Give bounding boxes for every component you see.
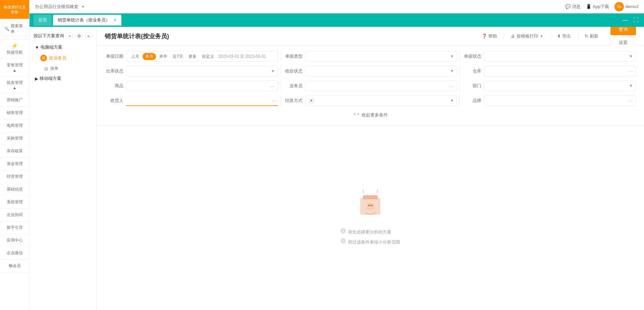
sidebar-item-marketing[interactable]: 营销推广 [0, 94, 29, 107]
stock-status-control: ▼ [126, 66, 278, 76]
stock-status-select[interactable]: ▼ [126, 66, 278, 76]
sidebar-item-ecommerce[interactable]: 电商管理 [0, 119, 29, 132]
app-download-btn[interactable]: 📱 App下载 [586, 4, 609, 10]
purchase-label: 采购管理 [2, 136, 27, 141]
scheme-sub-item-order[interactable]: ⊞ 按单 [32, 64, 94, 73]
tab-minimize-btn[interactable]: — [621, 16, 629, 24]
collapse-panel-btn[interactable]: « [85, 32, 92, 40]
sidebar-item-quick-nav[interactable]: ⚡ 快捷导航 [0, 39, 29, 59]
mobile-scheme-group-title[interactable]: ▶ 移动端方案 [32, 73, 94, 84]
sidebar-item-newbie[interactable]: 新手引导 [0, 221, 29, 234]
tab-home-label: 首页 [38, 17, 47, 23]
left-panel-actions: + ⚙ « [66, 32, 92, 40]
tab-maximize-btn[interactable]: ⛶ [632, 16, 640, 24]
sidebar-item-app-center[interactable]: 应用中心 [0, 234, 29, 247]
quick-nav-label: 快捷导航 [2, 50, 27, 55]
refresh-btn[interactable]: ↻ 刷新 [582, 32, 601, 41]
sidebar-item-purchase[interactable]: 采购管理 [0, 132, 29, 145]
sidebar-item-sales[interactable]: 销售管理 [0, 107, 29, 119]
system-label: 系统管理 [2, 199, 27, 205]
main-content: 办公用品行业模拟账套 ▼ 💬 消息 📱 App下载 Ea demo2 首页 [30, 0, 644, 310]
brand-dots: ··· [628, 98, 633, 103]
search-menu-btn[interactable]: 🔍 搜索菜单 [2, 21, 27, 36]
retail-label: 零售管理 [2, 62, 27, 68]
filter-item-doc-type: 单据类型 ▼ [284, 51, 457, 62]
consignee-dots[interactable]: ··· [272, 98, 275, 103]
dept-select[interactable]: ▼ [484, 81, 636, 91]
date-range-display: 2023-03-01 至 2023-03-31 [219, 54, 266, 59]
export-btn[interactable]: ⬇ 导出 [554, 32, 574, 41]
warehouse-dots: ··· [628, 69, 633, 74]
search-icon: 🔍 [4, 27, 9, 31]
brand-control: ··· [484, 95, 636, 106]
tab-sales-stat-label: 销货单统计表（按业务员） [58, 17, 110, 23]
payment-status-label: 收款状态 [284, 68, 303, 74]
member-label: 畅会员 [2, 263, 27, 269]
sidebar-item-finance[interactable]: 资金管理 [0, 158, 29, 170]
tab-sales-stat[interactable]: 销货单统计表（按业务员） ✕ [53, 15, 121, 25]
consignee-input[interactable] [126, 95, 278, 106]
operation-label: 经营管理 [2, 174, 27, 179]
payment-status-select[interactable]: ▼ [305, 66, 457, 76]
goods-input[interactable]: ··· [126, 81, 278, 91]
svg-line-6 [377, 190, 378, 193]
user-profile-btn[interactable]: Ea demo2 [614, 2, 639, 11]
date-custom-btn[interactable]: 自定义 [200, 53, 216, 60]
brand-input[interactable]: ··· [484, 95, 636, 106]
scheme-settings-btn[interactable]: ⚙ [75, 32, 83, 40]
date-this-year-btn[interactable]: 本年 [157, 53, 169, 60]
page-title-bar: 销货单统计表(按业务员) ❓ 帮助 🖨 按模板打印 ▼ ⬇ [97, 27, 644, 46]
left-panel-header: 按以下方案查询 + ⚙ « [30, 30, 96, 42]
sidebar-item-operation[interactable]: 经营管理 [0, 170, 29, 183]
print-arrow: ▼ [540, 34, 543, 38]
sidebar-item-inventory[interactable]: 库存核算 [0, 145, 29, 158]
salesman-input[interactable]: ··· [305, 81, 457, 91]
scheme-sub-label-order: 按单 [50, 66, 58, 71]
sidebar-item-member[interactable]: 畅会员 [0, 260, 29, 272]
salesman-dots: ··· [449, 84, 454, 89]
date-more-btn[interactable]: 更多 [186, 53, 199, 60]
sidebar-item-system[interactable]: 系统管理 [0, 196, 29, 209]
filter-item-settlement: 结算方式 × ▼ [284, 95, 457, 106]
doc-type-select[interactable]: ▼ [305, 51, 457, 62]
print-label: 按模板打印 [517, 33, 538, 39]
sidebar: 畅捷通好生意 标版 🔍 搜索菜单 ⚡ 快捷导航 零售管理 ▲ 批发管理 ▲ 营销… [0, 0, 30, 310]
date-this-month-btn[interactable]: 本月 [143, 53, 156, 60]
message-btn[interactable]: 💬 消息 [565, 4, 581, 10]
sidebar-item-wholesale[interactable]: 批发管理 ▲ [0, 76, 29, 94]
settlement-tag-close[interactable]: × [310, 98, 313, 103]
help-btn[interactable]: ❓ 帮助 [479, 32, 500, 41]
empty-icon [354, 188, 387, 221]
warehouse-input[interactable]: ··· [484, 66, 636, 76]
consignee-control: ··· [126, 95, 278, 106]
date-7days-btn[interactable]: 近7天 [171, 53, 185, 60]
sidebar-item-retail[interactable]: 零售管理 ▲ [0, 59, 29, 76]
tab-close-btn[interactable]: ✕ [113, 18, 117, 22]
date-last-month-btn[interactable]: 上月 [129, 53, 141, 60]
filter-item-salesman: 业务员 ··· [284, 81, 457, 91]
tab-home[interactable]: 首页 [34, 15, 52, 25]
settlement-control: × ▼ [305, 95, 457, 106]
help-label: 帮助 [488, 33, 497, 39]
sidebar-item-basic[interactable]: 基础信息 [0, 183, 29, 196]
collapse-filters-btn[interactable]: ⌃⌃ 收起更多条件 [353, 110, 388, 120]
sidebar-item-wechat[interactable]: 企业微信 [0, 247, 29, 260]
dept-label: 部门 [463, 83, 481, 89]
row1-sep1 [281, 51, 281, 62]
print-btn[interactable]: 🖨 按模板打印 ▼ [508, 32, 546, 41]
app-download-label: App下载 [593, 4, 609, 10]
query-button[interactable]: 查询 [610, 27, 636, 35]
tip-num-2: 2 [340, 238, 346, 244]
pc-scheme-group-title[interactable]: ▼ 电脑端方案 [32, 42, 94, 52]
goods-label: 商品 [105, 83, 123, 89]
settlement-arrow: ▼ [450, 98, 454, 103]
scheme-item-salesman[interactable]: 按 按业务员 [32, 52, 94, 64]
add-scheme-btn[interactable]: + [66, 32, 73, 40]
doc-status-select[interactable]: ▼ [484, 51, 636, 62]
salesman-label: 业务员 [284, 83, 303, 89]
stock-status-label: 出库状态 [105, 68, 123, 74]
warehouse-label: 仓库 [463, 68, 481, 74]
filter-item-consignee: 收货人 ··· [105, 95, 278, 106]
sidebar-item-enterprise[interactable]: 企业协同 [0, 209, 29, 221]
settlement-select[interactable]: × ▼ [305, 95, 457, 106]
